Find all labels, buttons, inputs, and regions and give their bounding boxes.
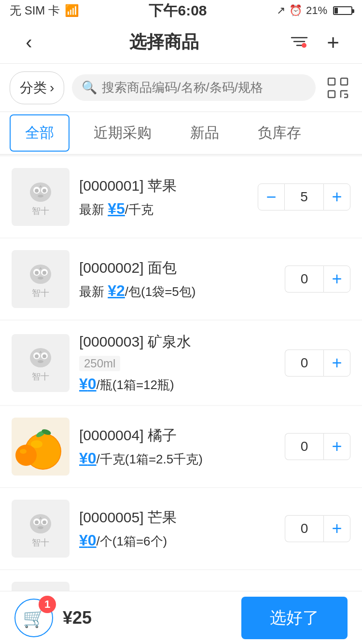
filter-button[interactable]: [285, 28, 314, 57]
product-image: 智十: [12, 334, 70, 392]
list-item: 智十 [0000005] 芒果 ¥0/个(1箱=6个) +: [0, 488, 362, 569]
cart-total: ¥25: [63, 608, 92, 628]
svg-point-30: [42, 354, 46, 358]
quantity-increase-button[interactable]: +: [323, 515, 350, 542]
list-item: 智十 [0000003] 矿泉水 250ml ¥0/瓶(1箱=12瓶) +: [0, 321, 362, 405]
time-label: 下午6:08: [149, 1, 207, 21]
product-name: [0000001] 苹果: [79, 176, 250, 196]
confirm-button[interactable]: 选好了: [241, 597, 348, 639]
battery-label: 21%: [306, 4, 327, 17]
search-icon: 🔍: [82, 80, 97, 95]
svg-point-38: [15, 445, 37, 466]
product-name: [0000003] 矿泉水: [79, 332, 277, 352]
back-button[interactable]: ‹: [14, 28, 43, 57]
quantity-increase-button[interactable]: +: [323, 433, 350, 460]
product-controls: +: [285, 515, 350, 542]
svg-point-45: [35, 520, 39, 524]
product-name: [0000005] 芒果: [79, 508, 277, 528]
add-button[interactable]: +: [319, 28, 348, 57]
product-image: 智十: [12, 250, 70, 308]
product-controls: − +: [258, 183, 350, 210]
nav-actions: +: [285, 28, 348, 57]
product-list: 智十 [0000001] 苹果 最新 ¥5/千克 − +: [0, 156, 362, 644]
quantity-decrease-button[interactable]: −: [258, 183, 285, 210]
list-item: 智十 [0000002] 面包 最新 ¥2/包(1袋=5包) +: [0, 238, 362, 320]
svg-rect-5: [341, 78, 348, 85]
svg-point-22: [35, 271, 39, 275]
status-bar: 无 SIM 卡 📶 下午6:08 ↗ ⏰ 21%: [0, 0, 362, 21]
quantity-increase-button[interactable]: +: [323, 183, 350, 210]
quantity-input[interactable]: [285, 433, 323, 460]
wifi-icon: 📶: [65, 4, 79, 17]
svg-point-23: [42, 271, 46, 275]
product-price: 最新 ¥2/包(1袋=5包): [79, 282, 277, 300]
battery-bar: [333, 6, 352, 15]
product-image: [12, 418, 70, 476]
quantity-input[interactable]: [285, 266, 323, 293]
status-left: 无 SIM 卡 📶: [10, 3, 79, 18]
quantity-input[interactable]: [285, 515, 323, 542]
product-info: [0000003] 矿泉水 250ml ¥0/瓶(1箱=12瓶): [79, 332, 277, 393]
tab-recent[interactable]: 近期采购: [79, 115, 166, 151]
quantity-increase-button[interactable]: +: [323, 266, 350, 293]
svg-rect-4: [328, 78, 335, 85]
product-controls: +: [285, 433, 350, 460]
search-box: 🔍: [72, 74, 316, 101]
tab-bar: 全部 近期采购 新品 负库存: [0, 112, 362, 154]
cart-badge: 1: [39, 596, 56, 613]
quantity-increase-button[interactable]: +: [323, 350, 350, 377]
product-info: [0000001] 苹果 最新 ¥5/千克: [79, 176, 250, 218]
svg-rect-6: [328, 91, 335, 98]
product-price: ¥0/瓶(1箱=12瓶): [79, 375, 277, 393]
product-image: 智十: [12, 168, 70, 226]
product-price: ¥0/千克(1箱=2.5千克): [79, 449, 277, 468]
tab-new[interactable]: 新品: [176, 115, 234, 151]
product-price: 最新 ¥5/千克: [79, 200, 250, 218]
product-info: [0000004] 橘子 ¥0/千克(1箱=2.5千克): [79, 426, 277, 468]
battery-fill: [334, 8, 338, 14]
status-right: ↗ ⏰ 21%: [277, 4, 352, 17]
product-controls: +: [285, 350, 350, 377]
svg-point-29: [35, 354, 39, 358]
product-controls: +: [285, 266, 350, 293]
product-name: [0000004] 橘子: [79, 426, 277, 446]
svg-point-46: [42, 520, 46, 524]
search-input[interactable]: [102, 80, 306, 95]
alarm-icon: ⏰: [289, 4, 302, 17]
category-label: 分类: [20, 79, 47, 97]
svg-point-31: [38, 360, 43, 363]
tab-all[interactable]: 全部: [10, 114, 70, 152]
product-name: [0000002] 面包: [79, 258, 277, 278]
quantity-input[interactable]: [285, 350, 323, 377]
quantity-input[interactable]: [285, 183, 323, 210]
tab-negative[interactable]: 负库存: [243, 115, 316, 151]
svg-point-3: [302, 43, 306, 48]
location-icon: ↗: [277, 4, 285, 17]
page-title: 选择商品: [129, 30, 199, 54]
svg-point-17: [38, 195, 43, 197]
category-arrow: ›: [50, 80, 54, 96]
cart-area: 🛒 1 ¥25: [14, 599, 241, 637]
product-price: ¥0/个(1箱=6个): [79, 532, 277, 550]
carrier-label: 无 SIM 卡: [10, 3, 60, 18]
product-info: [0000002] 面包 最新 ¥2/包(1袋=5包): [79, 258, 277, 300]
list-item: 智十 [0000001] 苹果 最新 ¥5/千克 − +: [0, 156, 362, 238]
bottom-bar: 🛒 1 ¥25 选好了: [0, 591, 362, 644]
svg-point-24: [38, 277, 43, 280]
category-button[interactable]: 分类 ›: [10, 71, 64, 104]
cart-button[interactable]: 🛒 1: [14, 599, 53, 637]
svg-point-16: [42, 189, 46, 193]
svg-point-39: [20, 449, 27, 454]
product-spec: 250ml: [79, 356, 120, 371]
product-info: [0000005] 芒果 ¥0/个(1箱=6个): [79, 508, 277, 550]
product-image: 智十: [12, 500, 70, 558]
svg-point-15: [35, 189, 39, 193]
nav-bar: ‹ 选择商品 +: [0, 21, 362, 64]
scan-button[interactable]: [323, 73, 352, 102]
list-item: [0000004] 橘子 ¥0/千克(1箱=2.5千克) +: [0, 406, 362, 487]
svg-point-47: [38, 526, 43, 529]
svg-point-37: [31, 440, 42, 448]
filter-bar: 分类 › 🔍: [0, 64, 362, 112]
